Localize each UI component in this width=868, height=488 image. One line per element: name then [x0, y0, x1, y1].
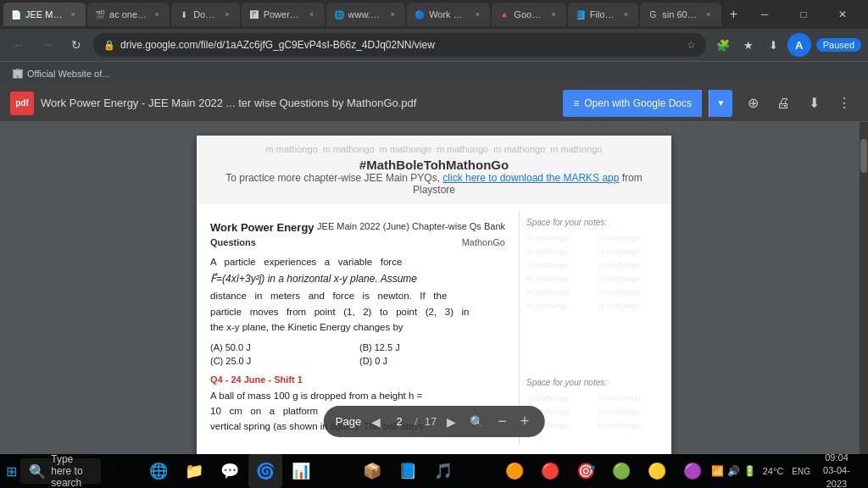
page-search-btn[interactable]: 🔍 — [466, 413, 487, 430]
zoom-in-btn[interactable]: + — [517, 411, 533, 432]
tab-close-3[interactable]: × — [306, 8, 318, 20]
network-icon[interactable]: 📶 — [711, 465, 724, 477]
tab-icon-1: 🎬 — [94, 8, 106, 20]
temperature-display: 24°C — [763, 466, 784, 476]
window-controls: ─ □ ✕ — [746, 3, 865, 26]
clock[interactable]: 09:04 03-04-2023 — [815, 452, 858, 488]
app-icon-13[interactable]: 🟢 — [604, 454, 638, 488]
accessibility-icon[interactable]: ⊕ — [739, 90, 766, 117]
vertical-scrollbar[interactable] — [860, 122, 868, 454]
open-docs-button[interactable]: ≡ Open with Google Docs — [563, 90, 702, 117]
tab-7[interactable]: 🔺 Google Drive × — [492, 3, 565, 26]
tab-close-9[interactable]: × — [703, 8, 715, 20]
prev-page-btn[interactable]: ◀ — [368, 413, 384, 430]
tab-icon-8: 📘 — [575, 8, 587, 20]
navigation-bar: ← → ↻ 🔒 drive.google.com/file/d/1aAZc6jf… — [0, 29, 868, 61]
taskbar-right: 📶 🔊 🔋 24°C ENG 09:04 03-04-2023 — [711, 452, 865, 488]
notion-icon[interactable]: 🗒 — [320, 454, 353, 488]
tab-8[interactable]: 📘 Filo Student × — [568, 3, 639, 26]
new-tab-btn[interactable]: + — [723, 7, 744, 22]
app-icon-11[interactable]: 🔴 — [533, 454, 567, 488]
start-button[interactable]: ⊞ — [3, 454, 19, 488]
tab-close-6[interactable]: × — [471, 8, 483, 20]
tab-close-4[interactable]: × — [387, 8, 398, 20]
app-icon-9[interactable]: ⚙ — [462, 454, 496, 488]
address-text: drive.google.com/file/d/1aAZc6jfG_gC9EvP… — [120, 39, 682, 51]
download-icon[interactable]: ⬇ — [762, 33, 786, 57]
app-icon-12[interactable]: 🎯 — [569, 454, 603, 488]
chrome-icon[interactable]: 🌀 — [248, 454, 282, 488]
bookmark-label: Official Website of... — [27, 69, 109, 79]
back-btn[interactable]: ← — [7, 33, 31, 57]
office-icon[interactable]: 📊 — [284, 454, 318, 488]
maximize-btn[interactable]: □ — [785, 3, 822, 26]
tab-close-7[interactable]: × — [548, 8, 559, 20]
paused-badge[interactable]: Paused — [816, 38, 861, 52]
next-page-btn[interactable]: ▶ — [443, 413, 459, 430]
edge-browser-icon[interactable]: 🌐 — [142, 454, 175, 488]
volume-icon[interactable]: 🔊 — [727, 465, 740, 477]
clock-time: 09:04 — [815, 452, 858, 464]
teams-icon[interactable]: 💬 — [213, 454, 247, 488]
page-separator: / — [415, 415, 418, 428]
open-docs-dropdown[interactable]: ▼ — [709, 90, 732, 117]
dropbox-icon[interactable]: 📦 — [355, 454, 389, 488]
tab-icon-3: 🅿 — [248, 8, 260, 20]
scrollbar-thumb[interactable] — [860, 139, 867, 173]
tab-icon-9: G — [647, 8, 659, 20]
notes-label-1: Space for your notes: — [526, 218, 665, 227]
taskbar-search[interactable]: 🔍 Type here to search — [20, 458, 101, 484]
forward-btn[interactable]: → — [36, 33, 59, 57]
filo-icon[interactable]: 📘 — [391, 454, 425, 488]
search-placeholder-text: Type here to search — [51, 453, 92, 488]
bookmark-icon[interactable]: ☆ — [687, 39, 696, 51]
tab-label-7: Google Drive — [514, 9, 543, 19]
tab-label-3: PowerPoint Pr... — [264, 9, 303, 19]
download-pdf-icon[interactable]: ⬇ — [800, 90, 827, 117]
page-controls: Page ◀ 2 / 17 ▶ 🔍 − + — [324, 406, 545, 437]
pdf-option-b: (B) 12.5 J — [359, 342, 505, 352]
lang-display: ENG — [792, 467, 810, 476]
tab-icon-7: 🔺 — [498, 8, 510, 20]
more-icon[interactable]: ⋮ — [831, 90, 858, 117]
app-icon-15[interactable]: 🟣 — [676, 454, 709, 488]
nav-icons: 🧩 ★ ⬇ A Paused — [711, 33, 861, 57]
battery-icon[interactable]: 🔋 — [743, 465, 756, 477]
close-btn[interactable]: ✕ — [824, 3, 861, 26]
profile-avatar[interactable]: A — [787, 33, 811, 57]
bookmarks-bar: 🏢 Official Website of... — [0, 61, 868, 85]
zoom-out-btn[interactable]: − — [494, 411, 510, 432]
task-view-btn[interactable]: ⧉ — [106, 454, 140, 488]
app-icon-10[interactable]: 🟠 — [498, 454, 531, 488]
app-icon-8[interactable]: 🎵 — [426, 454, 460, 488]
tab-9[interactable]: G sin 60 - Goog... × — [640, 3, 721, 26]
pdf-toolbar-icons: ⊕ 🖨 ⬇ ⋮ — [739, 90, 858, 117]
tab-close-8[interactable]: × — [620, 8, 632, 20]
tab-6[interactable]: 🔵 Work Power E... × — [407, 3, 490, 26]
file-explorer-icon[interactable]: 📁 — [177, 454, 211, 488]
tab-close-2[interactable]: × — [221, 8, 233, 20]
tab-bar: 📄 JEE Main 202... × 🎬 ac one shot jo... … — [0, 0, 868, 29]
print-icon[interactable]: 🖨 — [770, 90, 797, 117]
tab-close-1[interactable]: × — [151, 8, 163, 20]
tab-2[interactable]: ⬇ Downloads × — [171, 3, 239, 26]
tab-4[interactable]: 🌐 www.shiksha... × — [326, 3, 406, 26]
tab-active[interactable]: 📄 JEE Main 202... × — [3, 3, 86, 26]
refresh-btn[interactable]: ↻ — [64, 33, 88, 57]
pdf-option-c: (C) 25.0 J — [210, 356, 356, 366]
tab-1[interactable]: 🎬 ac one shot jo... × — [87, 3, 170, 26]
app-icon-14[interactable]: 🟡 — [640, 454, 674, 488]
tab-3[interactable]: 🅿 PowerPoint Pr... × — [242, 3, 325, 26]
system-icons: 📶 🔊 🔋 — [711, 465, 756, 477]
tab-close-btn[interactable]: × — [67, 8, 79, 20]
marks-app-link[interactable]: click here to download the MARKS app — [442, 172, 619, 184]
address-bar[interactable]: 🔒 drive.google.com/file/d/1aAZc6jfG_gC9E… — [93, 33, 706, 57]
watermark-row: m mathongo m mathongo m mathongo m matho… — [205, 144, 663, 154]
extensions-icon[interactable]: 🧩 — [711, 33, 735, 57]
profile-icon[interactable]: ★ — [737, 33, 760, 57]
tab-label: JEE Main 202... — [25, 9, 64, 19]
current-page[interactable]: 2 — [391, 415, 408, 428]
minimize-btn[interactable]: ─ — [746, 3, 783, 26]
bookmark-item-official[interactable]: 🏢 Official Website of... — [7, 66, 114, 80]
wm-item-6: m mathongo — [550, 144, 602, 154]
